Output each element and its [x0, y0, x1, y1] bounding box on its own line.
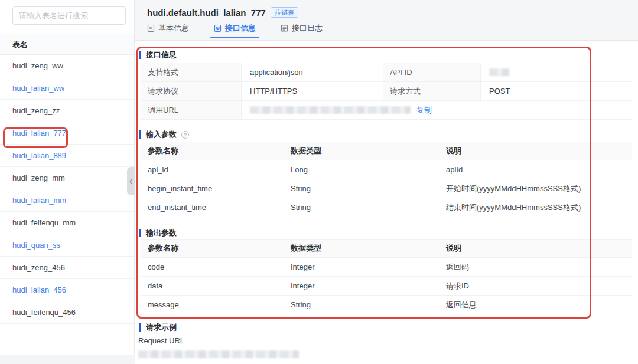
- table-header-row: 参数名称 数据类型 说明: [141, 142, 632, 160]
- param-type: Long: [284, 165, 440, 174]
- label-request-protocol: 请求协议: [141, 82, 242, 100]
- section-title-interface-info: 接口信息: [139, 50, 177, 60]
- value-request-protocol: HTTP/HTTPS: [242, 82, 383, 100]
- section-title-request-example: 请求示例: [139, 322, 177, 333]
- table-row: message String 返回信息: [141, 296, 632, 314]
- param-type: Integer: [284, 263, 440, 271]
- section-title-output-params: 输出参数: [139, 228, 177, 238]
- table-header-row: 参数名称 数据类型 说明: [141, 239, 632, 258]
- param-desc: 返回信息: [440, 300, 632, 310]
- detail-tabs: 基本信息 接口信息 接口日志: [135, 23, 638, 38]
- section-title-text: 请求示例: [146, 322, 177, 333]
- section-title-input-params: 输入参数 ?: [139, 129, 189, 140]
- value-request-method: POST: [481, 82, 632, 100]
- label-api-id: API ID: [383, 63, 481, 81]
- interface-info-panel: 接口信息 支持格式 application/json API ID 请求协议 H…: [135, 41, 638, 364]
- tab-basic-info-label: 基本信息: [158, 23, 189, 34]
- table-item-hudi_lalian_456[interactable]: hudi_lalian_456: [0, 279, 134, 301]
- col-data-type: 数据类型: [284, 146, 440, 156]
- input-params-table: 参数名称 数据类型 说明 api_id Long apiId begin_ins…: [141, 142, 632, 217]
- table-list-header: 表名: [0, 34, 134, 55]
- table-item-hudi_quan_ss[interactable]: hudi_quan_ss: [0, 234, 134, 257]
- col-data-type: 数据类型: [284, 243, 440, 254]
- page-title: hudi.default.hudi_lalian_777: [147, 8, 266, 18]
- table-item-hudi_lalian_ww[interactable]: hudi_lalian_ww: [0, 77, 134, 100]
- table-item-hudi_feifenqu_456[interactable]: hudi_feifenqu_456: [0, 301, 134, 324]
- table-item-hudi_lalian_mm[interactable]: hudi_lalian_mm: [0, 189, 134, 212]
- table-item-hudi_zeng_456[interactable]: hudi_zeng_456: [0, 257, 134, 279]
- section-title-text: 接口信息: [146, 50, 177, 60]
- zipper-table-badge: 拉链表: [271, 7, 298, 18]
- tab-interface-log[interactable]: 接口日志: [281, 23, 323, 38]
- table-list: hudi_zeng_ww hudi_lalian_ww hudi_zeng_zz…: [0, 55, 134, 332]
- tab-interface-info-label: 接口信息: [225, 23, 256, 34]
- tab-interface-log-label: 接口日志: [292, 23, 323, 34]
- output-params-table: 参数名称 数据类型 说明 code Integer 返回码 data Integ…: [141, 239, 632, 314]
- param-type: String: [284, 203, 440, 212]
- param-type: String: [284, 300, 440, 309]
- col-param-name: 参数名称: [141, 243, 284, 254]
- collapse-arrow-icon: ❮: [129, 179, 133, 184]
- label-support-format: 支持格式: [141, 63, 242, 81]
- section-bar: [139, 323, 141, 332]
- table-item-hudi_zeng_zz[interactable]: hudi_zeng_zz: [0, 100, 134, 122]
- section-title-text: 输出参数: [146, 228, 177, 238]
- table-item-hudi_zeng_ww[interactable]: hudi_zeng_ww: [0, 55, 134, 77]
- col-description: 说明: [440, 146, 632, 156]
- tab-basic-info[interactable]: 基本信息: [147, 23, 189, 38]
- copy-url-link[interactable]: 复制: [416, 105, 432, 116]
- table-row: end_instant_time String 结束时间(yyyyMMddHHm…: [141, 198, 632, 217]
- table-row: api_id Long apiId: [141, 160, 632, 179]
- table-item-hudi_zeng_mm[interactable]: hudi_zeng_mm: [0, 167, 134, 189]
- redacted-call-url-value: [250, 106, 411, 114]
- param-name: data: [141, 281, 284, 290]
- section-title-text: 输入参数: [146, 129, 177, 140]
- sidebar-collapse-handle[interactable]: ❮: [127, 167, 135, 195]
- param-desc: 结束时间(yyyyMMddHHmmssSSS格式): [440, 202, 632, 213]
- param-desc: apiId: [440, 165, 632, 174]
- table-row: code Integer 返回码: [141, 258, 632, 277]
- table-item-hudi_lalian_777[interactable]: hudi_lalian_777: [0, 122, 134, 145]
- label-call-url: 调用URL: [141, 101, 242, 119]
- param-name: end_instant_time: [141, 203, 284, 212]
- param-name: api_id: [141, 165, 284, 174]
- table-item-hudi_lalian_889[interactable]: hudi_lalian_889: [0, 145, 134, 167]
- api-document-icon: [214, 24, 222, 32]
- tab-interface-info[interactable]: 接口信息: [214, 23, 256, 38]
- table-search-input[interactable]: [12, 6, 126, 25]
- param-desc: 返回码: [440, 262, 632, 273]
- table-item-hudi_feifenqu_mm[interactable]: hudi_feifenqu_mm: [0, 212, 134, 234]
- table-list-sidebar: 表名 hudi_zeng_ww hudi_lalian_ww hudi_zeng…: [0, 0, 135, 355]
- interface-info-table: 支持格式 application/json API ID 请求协议 HTTP/H…: [141, 63, 632, 120]
- table-item-empty: [0, 324, 134, 332]
- table-row: 支持格式 application/json API ID: [141, 63, 632, 82]
- request-url-label: Request URL: [138, 336, 184, 345]
- param-name: code: [141, 263, 284, 271]
- log-list-icon: [281, 24, 288, 32]
- redacted-request-url-value: [138, 350, 299, 358]
- detail-header: hudi.default.hudi_lalian_777 拉链表 基本信息 接口…: [135, 0, 638, 41]
- value-call-url: 复制: [242, 101, 632, 119]
- document-icon: [147, 24, 155, 32]
- param-type: Integer: [284, 281, 440, 290]
- help-question-icon[interactable]: ?: [181, 131, 189, 139]
- param-name: message: [141, 300, 284, 309]
- value-support-format: application/json: [242, 63, 383, 81]
- label-request-method: 请求方式: [383, 82, 481, 100]
- col-param-name: 参数名称: [141, 146, 284, 156]
- param-desc: 开始时间(yyyyMMddHHmmssSSS格式): [440, 183, 632, 194]
- table-row: begin_instant_time String 开始时间(yyyyMMddH…: [141, 179, 632, 198]
- param-type: String: [284, 184, 440, 193]
- col-description: 说明: [440, 243, 632, 254]
- table-row: data Integer 请求ID: [141, 277, 632, 296]
- section-bar: [139, 51, 141, 59]
- value-api-id: [481, 63, 632, 81]
- redacted-api-id-value: [489, 68, 509, 76]
- param-desc: 请求ID: [440, 281, 632, 291]
- param-name: begin_instant_time: [141, 184, 284, 193]
- section-bar: [139, 130, 141, 139]
- table-row: 调用URL 复制: [141, 101, 632, 120]
- section-bar: [139, 229, 141, 237]
- table-row: 请求协议 HTTP/HTTPS 请求方式 POST: [141, 82, 632, 101]
